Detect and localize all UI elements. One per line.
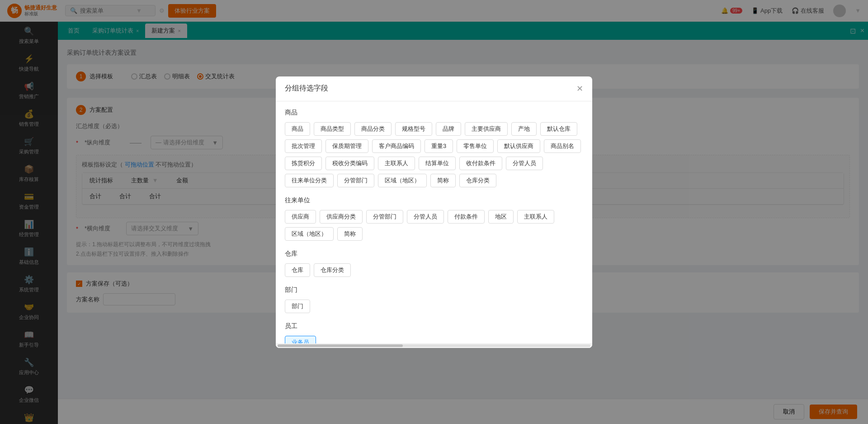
tag-warehouse-category[interactable]: 仓库分类 (314, 263, 351, 277)
section-employee-title: 员工 (285, 322, 583, 330)
tag-weight3[interactable]: 重量3 (425, 139, 453, 153)
tag-supplier[interactable]: 供应商 (285, 210, 316, 224)
section-product: 商品 商品 商品类型 商品分类 规格型号 品牌 主要供应商 产地 默认仓库 批次… (285, 109, 583, 187)
tag-pay-condition[interactable]: 付款条件 (448, 210, 485, 224)
tag-partner-contact[interactable]: 主联系人 (517, 210, 554, 224)
tag-partner-region[interactable]: 区域（地区） (285, 227, 334, 241)
section-dept-title: 部门 (285, 286, 583, 294)
tag-settle-unit[interactable]: 结算单位 (419, 157, 456, 170)
tag-area[interactable]: 地区 (488, 210, 514, 224)
section-warehouse-title: 仓库 (285, 250, 583, 258)
scrollbar-track (278, 344, 590, 347)
section-product-title: 商品 (285, 109, 583, 117)
tag-origin[interactable]: 产地 (511, 122, 537, 136)
tag-abbr[interactable]: 简称 (430, 174, 456, 187)
tag-batch-mgmt[interactable]: 批次管理 (285, 139, 322, 153)
modal-title: 分组待选字段 (285, 84, 328, 93)
tag-default-warehouse[interactable]: 默认仓库 (540, 122, 577, 136)
tag-product[interactable]: 商品 (285, 122, 310, 136)
section-partner-title: 往来单位 (285, 196, 583, 205)
tag-default-supplier[interactable]: 默认供应商 (497, 139, 540, 153)
tag-product-type[interactable]: 商品类型 (314, 122, 351, 136)
tag-partner-dept[interactable]: 分管部门 (366, 210, 403, 224)
tag-manager[interactable]: 分管人员 (506, 157, 543, 170)
tag-region[interactable]: 区域（地区） (378, 174, 427, 187)
tag-pick-points[interactable]: 拣货积分 (285, 157, 322, 170)
modal-close-button[interactable]: ✕ (576, 84, 583, 94)
modal-header: 分组待选字段 ✕ (276, 76, 592, 101)
section-employee-tags: 业务员 (285, 336, 583, 344)
tag-partner-abbr[interactable]: 简称 (337, 227, 363, 241)
tag-product-alias[interactable]: 商品别名 (544, 139, 581, 153)
tag-product-category[interactable]: 商品分类 (354, 122, 392, 136)
scrollbar-thumb[interactable] (278, 344, 403, 347)
section-warehouse-tags: 仓库 仓库分类 (285, 263, 583, 277)
modal-scrollbar[interactable] (276, 343, 592, 348)
section-product-tags: 商品 商品类型 商品分类 规格型号 品牌 主要供应商 产地 默认仓库 批次管理 … (285, 122, 583, 187)
tag-main-contact[interactable]: 主联系人 (378, 157, 415, 170)
tag-dept[interactable]: 分管部门 (337, 174, 374, 187)
modal-overlay[interactable]: 分组待选字段 ✕ 商品 商品 商品类型 商品分类 规格型号 品牌 主要供应商 产… (0, 0, 868, 424)
tag-partner-manager[interactable]: 分管人员 (407, 210, 444, 224)
modal: 分组待选字段 ✕ 商品 商品 商品类型 商品分类 规格型号 品牌 主要供应商 产… (276, 76, 592, 348)
tag-sales-person[interactable]: 业务员 (285, 336, 316, 344)
section-partner-tags: 供应商 供应商分类 分管部门 分管人员 付款条件 地区 主联系人 区域（地区） … (285, 210, 583, 241)
tag-tax-code[interactable]: 税收分类编码 (326, 157, 374, 170)
section-dept-tags: 部门 (285, 300, 583, 313)
tag-customer-code[interactable]: 客户商品编码 (372, 139, 421, 153)
section-department: 部门 部门 (285, 286, 583, 313)
tag-partner-category[interactable]: 往来单位分类 (285, 174, 334, 187)
section-partner: 往来单位 供应商 供应商分类 分管部门 分管人员 付款条件 地区 主联系人 区域… (285, 196, 583, 241)
tag-warehouse[interactable]: 仓库 (285, 263, 310, 277)
tag-main-supplier[interactable]: 主要供应商 (465, 122, 508, 136)
tag-warehouse-cat[interactable]: 仓库分类 (459, 174, 496, 187)
tag-brand[interactable]: 品牌 (436, 122, 461, 136)
section-warehouse: 仓库 仓库 仓库分类 (285, 250, 583, 277)
tag-payment-terms[interactable]: 收付款条件 (459, 157, 502, 170)
modal-body: 商品 商品 商品类型 商品分类 规格型号 品牌 主要供应商 产地 默认仓库 批次… (276, 101, 592, 344)
section-employee: 员工 业务员 (285, 322, 583, 344)
tag-retail-unit[interactable]: 零售单位 (457, 139, 494, 153)
tag-shelf-life[interactable]: 保质期管理 (326, 139, 368, 153)
tag-supplier-cat[interactable]: 供应商分类 (320, 210, 363, 224)
tag-department[interactable]: 部门 (285, 300, 310, 313)
tag-spec-model[interactable]: 规格型号 (395, 122, 432, 136)
